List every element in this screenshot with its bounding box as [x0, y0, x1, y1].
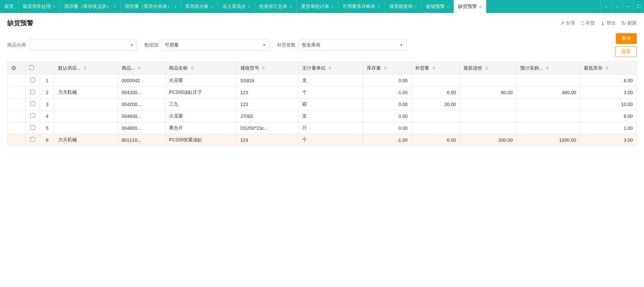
refresh-button[interactable]: ↻ 刷新	[622, 20, 637, 26]
nav-tab-order-stat[interactable]: 要货单统计表 ×	[297, 0, 338, 13]
gear-icon[interactable]: ⚙	[11, 65, 16, 71]
share-button[interactable]: ↗ 分享	[560, 20, 575, 26]
row-checkbox[interactable]	[30, 125, 35, 130]
close-icon[interactable]: ×	[113, 4, 116, 9]
row-check-cell[interactable]	[26, 75, 40, 87]
row-product-name-cell: 三九	[165, 98, 236, 110]
row-stock-cell: 0.00	[363, 110, 412, 122]
row-num-cell: 3	[40, 98, 55, 110]
row-product-code-cell: 004200...	[118, 98, 165, 110]
col-header-replenish-qty[interactable]: 补货量 ⇅	[412, 62, 460, 75]
row-product-name-cell: 火花塞	[165, 110, 236, 122]
replenish-button[interactable]: □ 补货	[581, 20, 595, 26]
row-settings-cell	[8, 134, 26, 146]
row-checkbox[interactable]	[30, 113, 35, 118]
sort-icon: ⇅	[546, 66, 549, 71]
row-check-cell[interactable]	[26, 122, 40, 134]
close-icon[interactable]: ×	[378, 4, 380, 9]
nav-tab-inventory-dist[interactable]: 现存量（库存分布表） ×	[121, 0, 181, 13]
query-button[interactable]: 查询	[616, 33, 637, 44]
datasource-select[interactable]: 可用量 ▼	[161, 40, 270, 50]
col-header-product-name[interactable]: 商品名称 ⇅	[165, 62, 236, 75]
nav-tab-overstock[interactable]: 超储预警 ×	[422, 0, 454, 13]
nav-minimize[interactable]: —	[622, 0, 633, 13]
datasource-filter-group: 数据源 可用量 ▼	[144, 40, 270, 50]
chevron-down-icon: ▼	[399, 43, 404, 48]
row-replenish-qty-cell	[412, 75, 460, 87]
sort-icon: ⇅	[485, 66, 488, 71]
close-icon[interactable]: ×	[53, 4, 55, 9]
sort-icon: ⇅	[83, 66, 87, 71]
row-spec-cell: 123	[236, 98, 298, 110]
row-product-code-cell: 004200...	[118, 87, 165, 98]
replenish-base-select[interactable]: 安全库存 ▼	[299, 40, 407, 50]
select-all-checkbox[interactable]	[29, 65, 34, 70]
nav-tab-expiry[interactable]: 保质期查询 ×	[385, 0, 422, 13]
category-label: 商品分类	[7, 42, 26, 48]
row-supplier-cell	[55, 98, 118, 110]
row-min-stock-cell: 8.00	[580, 110, 637, 122]
col-header-unit[interactable]: 主计量单位 ⇅	[298, 62, 363, 75]
col-header-est-purchase[interactable]: 预计采购... ⇅	[517, 62, 580, 75]
nav-arrow-right[interactable]: ›	[612, 0, 622, 13]
row-min-stock-cell: 10.00	[580, 98, 637, 110]
datasource-value: 可用量	[165, 42, 179, 48]
row-check-cell[interactable]	[26, 110, 40, 122]
nav-tab-inventory-status[interactable]: 现存量（库存状况表） ×	[60, 0, 120, 13]
category-select[interactable]: ▼	[29, 40, 137, 50]
col-header-spec[interactable]: 规格型号 ⇅	[236, 62, 298, 75]
col-header-min-stock[interactable]: 最低库存 ⇅	[580, 62, 637, 75]
replenish-base-value: 安全库存	[302, 42, 321, 48]
row-supplier-cell	[55, 122, 118, 134]
row-checkbox[interactable]	[30, 101, 35, 106]
row-stock-cell: 0.00	[363, 98, 412, 110]
close-icon[interactable]: ×	[248, 4, 250, 9]
col-header-check[interactable]	[26, 62, 40, 75]
row-min-stock-cell: 1.00	[580, 122, 637, 134]
replenish-base-filter-group: 补货基数 安全库存 ▼	[277, 40, 407, 50]
nav-tab-shortage[interactable]: 缺货预警 ×	[454, 0, 486, 13]
row-supplier-cell	[55, 110, 118, 122]
nav-tab-batch-account[interactable]: 库存批次账 ×	[181, 0, 218, 13]
row-check-cell[interactable]	[26, 87, 40, 98]
close-icon[interactable]: ×	[290, 4, 292, 9]
row-product-name-cell: 火花塞	[165, 75, 236, 87]
col-header-latest-price[interactable]: 最新进价 ⇅	[460, 62, 517, 75]
col-header-stock[interactable]: 库存量 ⇅	[363, 62, 412, 75]
nav-arrow-left[interactable]: ‹	[601, 0, 612, 13]
close-icon[interactable]: ×	[447, 4, 449, 9]
row-settings-cell	[8, 98, 26, 110]
col-header-default-supplier[interactable]: 默认供应... ⇅	[55, 62, 118, 75]
close-icon[interactable]: ×	[415, 4, 417, 9]
share-icon: ↗	[560, 20, 565, 26]
row-checkbox[interactable]	[30, 78, 35, 82]
close-icon[interactable]: ×	[211, 4, 213, 9]
close-icon[interactable]: ×	[331, 4, 334, 9]
nav-tab-inout-flow[interactable]: 出入库流水 ×	[218, 0, 255, 13]
top-nav: 首页 炼货异常处理 × 现存量（库存状况表） × 现存量（库存分布表） × 库存…	[0, 0, 644, 13]
row-num-cell: 2	[40, 87, 55, 98]
nav-tab-available-ledger[interactable]: 可用量库存账本 ×	[338, 0, 384, 13]
nav-tab-recv-summary[interactable]: 收发存汇总表 ×	[255, 0, 296, 13]
data-table: ⚙ 默认供应... ⇅ 商品... ⇅ 商品名称 ⇅	[7, 61, 637, 146]
export-button[interactable]: ⤓ 导出	[601, 20, 616, 26]
row-replenish-qty-cell: 6.00	[412, 134, 460, 146]
nav-tab-home[interactable]: 首页	[0, 0, 18, 13]
table-row: 6 力天机械 801110... PC200张紧油缸 123 个 -1.00 6…	[8, 134, 637, 146]
col-header-num	[40, 62, 55, 75]
close-icon[interactable]: ×	[479, 4, 481, 9]
nav-maximize[interactable]: ☐	[633, 0, 644, 13]
header-actions: ↗ 分享 □ 补货 ⤓ 导出 ↻ 刷新	[560, 20, 637, 26]
row-unit-cell: 支	[298, 110, 363, 122]
nav-tab-anomaly[interactable]: 炼货异常处理 ×	[18, 0, 60, 13]
settings-button[interactable]: 设置	[615, 46, 637, 57]
row-checkbox[interactable]	[30, 137, 35, 142]
row-checkbox[interactable]	[30, 89, 35, 94]
row-check-cell[interactable]	[26, 134, 40, 146]
col-header-product-code[interactable]: 商品... ⇅	[118, 62, 165, 75]
close-icon[interactable]: ×	[174, 4, 176, 9]
row-check-cell[interactable]	[26, 98, 40, 110]
col-header-settings[interactable]: ⚙	[8, 62, 26, 75]
row-unit-cell: 箱	[298, 98, 363, 110]
table-row: 5 004800... 离合片 DS250*23c... 只 0.00 1.00	[8, 122, 637, 134]
